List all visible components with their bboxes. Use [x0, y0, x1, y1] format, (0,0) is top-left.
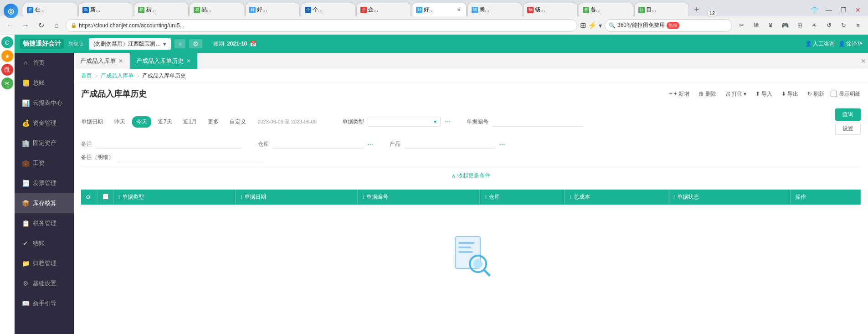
- sidebar-item-salary[interactable]: 💼 工资: [15, 153, 74, 173]
- ext-mail-icon[interactable]: ✉: [1, 77, 13, 89]
- import-button[interactable]: ⬆ 导入: [753, 89, 775, 99]
- product-filter-input[interactable]: [404, 139, 495, 149]
- sidebar-item-archive[interactable]: 📁 归档管理: [15, 253, 74, 273]
- tab-6[interactable]: 个 个...: [301, 3, 355, 16]
- date-btn-today[interactable]: 今天: [132, 116, 151, 128]
- th-date[interactable]: ↕ 单据日期: [235, 190, 357, 205]
- th-cost[interactable]: ↕ 总成本: [565, 190, 668, 205]
- page-tab-history-close[interactable]: ✕: [186, 58, 191, 64]
- warehouse-filter-input[interactable]: [272, 139, 364, 149]
- tab-3[interactable]: 易 易...: [134, 3, 189, 16]
- menu-icon[interactable]: ≡: [852, 19, 864, 32]
- game-icon[interactable]: 🎮: [779, 19, 791, 32]
- sidebar-item-invoice[interactable]: 🧾 发票管理: [15, 173, 74, 193]
- tab-4[interactable]: 易 易...: [190, 3, 244, 16]
- th-type[interactable]: ↕ 单据类型: [113, 190, 235, 205]
- company-selector[interactable]: (勿删勿禁用）江西版宝测试专用 ▾: [89, 38, 171, 50]
- reload-button[interactable]: ↻: [35, 19, 47, 32]
- customer-service-btn[interactable]: 👤 人工咨询: [805, 40, 835, 48]
- th-gear[interactable]: ⚙: [81, 190, 98, 205]
- note-filter-input[interactable]: [96, 139, 241, 149]
- add-company-btn[interactable]: +: [175, 39, 185, 48]
- yuan-icon[interactable]: ¥: [764, 19, 777, 32]
- show-detail-checkbox[interactable]: [831, 91, 837, 97]
- sidebar-item-report[interactable]: 📊 云报表中心: [15, 93, 74, 113]
- window-close[interactable]: ✕: [852, 4, 864, 16]
- print-button[interactable]: 🖨 打印 ▾: [723, 89, 749, 99]
- tab-8-close[interactable]: ✕: [455, 6, 462, 14]
- sidebar-item-basic[interactable]: ⚙ 基础设置: [15, 273, 74, 293]
- tab-5[interactable]: 好 好...: [245, 3, 300, 16]
- search-bar[interactable]: 🔍 360智能抠图免费用 热搜: [605, 19, 732, 32]
- sidebar-item-guide[interactable]: 📖 新手引导: [15, 293, 74, 313]
- date-btn-1month[interactable]: 近1月: [179, 116, 201, 128]
- window-shirt-icon[interactable]: 👕: [808, 4, 821, 16]
- export-button[interactable]: ⬇ 导出: [779, 89, 801, 99]
- scissors-icon[interactable]: ✂: [735, 19, 748, 32]
- select-all-checkbox[interactable]: [103, 194, 108, 200]
- refresh-button[interactable]: ↻ 刷新: [805, 89, 827, 99]
- apps-icon[interactable]: ⊞: [793, 19, 806, 32]
- th-number[interactable]: ↕ 单据编号: [358, 190, 480, 205]
- forward-button[interactable]: →: [19, 19, 32, 32]
- dropdown-icon[interactable]: ▾: [599, 22, 602, 29]
- ext-weibo-icon[interactable]: 微: [1, 64, 13, 76]
- th-checkbox[interactable]: [98, 190, 113, 205]
- grid-icon[interactable]: ⊞: [580, 21, 586, 30]
- url-bar[interactable]: 🔒 https://cloud.chanjet.com/accounting/u…: [66, 19, 577, 32]
- lightning-icon[interactable]: ⚡: [588, 21, 597, 30]
- tab-8[interactable]: 好 好... ✕: [412, 3, 467, 16]
- product-filter-dots[interactable]: ···: [499, 140, 505, 149]
- theme-icon[interactable]: ☀: [808, 19, 821, 32]
- th-status[interactable]: ↕ 单据状态: [668, 190, 790, 205]
- translate-icon[interactable]: 译: [750, 19, 762, 32]
- date-btn-yesterday[interactable]: 昨天: [110, 116, 129, 128]
- detail-note-filter-input[interactable]: [118, 153, 263, 162]
- breadcrumb-home[interactable]: 首页: [81, 72, 92, 80]
- ext-changjie-icon[interactable]: C: [1, 36, 13, 48]
- page-tab-list-close[interactable]: ✕: [118, 58, 123, 64]
- tab-11[interactable]: 各 各...: [579, 3, 633, 16]
- close-panel-btn[interactable]: ✕: [859, 57, 868, 66]
- sidebar-item-finance[interactable]: 💰 资金管理: [15, 113, 74, 133]
- user-profile-btn[interactable]: 👤 徐泽华: [838, 40, 863, 48]
- page-tab-history[interactable]: 产成品入库单历史 ✕: [130, 53, 198, 69]
- breadcrumb-list[interactable]: 产成品入库单: [101, 72, 134, 80]
- type-filter-dots[interactable]: ···: [444, 118, 450, 126]
- undo-icon[interactable]: ↺: [822, 19, 835, 32]
- redo-icon[interactable]: ↻: [837, 19, 850, 32]
- tab-1[interactable]: 在 在...: [23, 3, 77, 16]
- sidebar-item-settle[interactable]: ✔ 结账: [15, 233, 74, 253]
- new-tab-button[interactable]: +: [690, 3, 704, 16]
- add-button[interactable]: + + 新增: [667, 89, 692, 99]
- tab-2[interactable]: 新 新...: [78, 3, 133, 16]
- ext-star-icon[interactable]: ★: [1, 50, 13, 62]
- type-filter-select[interactable]: ▾: [368, 117, 441, 127]
- query-button[interactable]: 查询: [835, 108, 861, 121]
- calendar-icon[interactable]: 📅: [250, 41, 257, 47]
- back-button[interactable]: ←: [4, 19, 16, 32]
- tab-10[interactable]: 畅 畅...: [523, 3, 578, 16]
- tab-7[interactable]: 企 企...: [356, 3, 411, 16]
- sidebar-item-ledger[interactable]: 📒 总账: [15, 73, 74, 93]
- window-restore[interactable]: ❐: [837, 4, 850, 16]
- settings-button[interactable]: 设置: [835, 123, 861, 135]
- tab-9[interactable]: 腾 腾...: [467, 3, 522, 16]
- sidebar-item-fixed[interactable]: 🏢 固定资产: [15, 133, 74, 153]
- number-filter-input[interactable]: [492, 117, 583, 127]
- page-tab-list[interactable]: 产成品入库单 ✕: [74, 53, 130, 69]
- warehouse-filter-dots[interactable]: ···: [367, 140, 373, 149]
- date-btn-more[interactable]: 更多: [204, 116, 223, 128]
- date-btn-custom[interactable]: 自定义: [226, 116, 250, 128]
- collapse-button[interactable]: ∧ 收起更多条件: [448, 170, 494, 181]
- tab-count-badge[interactable]: 12: [705, 10, 717, 16]
- window-minimize[interactable]: —: [822, 4, 835, 16]
- tab-12[interactable]: 目 目...: [634, 3, 689, 16]
- sidebar-item-tax[interactable]: 📋 税务管理: [15, 213, 74, 233]
- sidebar-item-home[interactable]: ⌂ 首页: [15, 53, 74, 73]
- delete-button[interactable]: 🗑 删除: [696, 89, 719, 99]
- sidebar-item-inventory[interactable]: 📦 库存核算: [15, 193, 74, 213]
- th-warehouse[interactable]: ↕ 仓库: [480, 190, 565, 205]
- home-button[interactable]: ⌂: [50, 19, 63, 32]
- date-btn-7days[interactable]: 近7天: [154, 116, 176, 128]
